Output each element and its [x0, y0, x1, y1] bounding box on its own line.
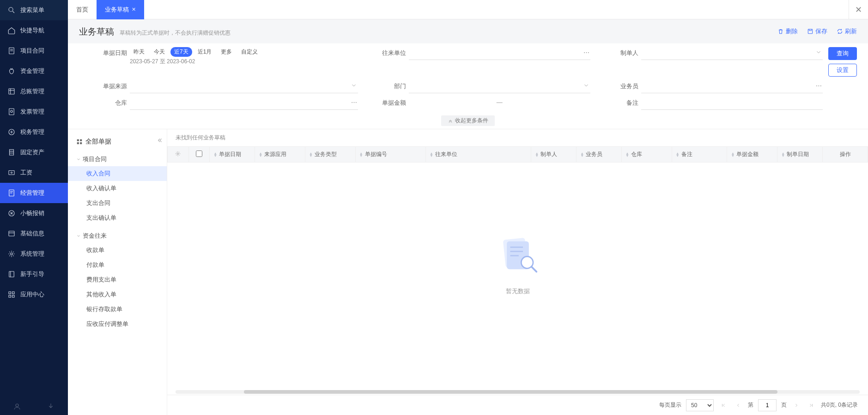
- pill-more[interactable]: 更多: [217, 47, 236, 57]
- th-sales[interactable]: ▲▼业务员: [577, 147, 622, 162]
- select-all-checkbox[interactable]: [196, 150, 202, 157]
- page-input[interactable]: [758, 399, 777, 411]
- tab-home[interactable]: 首页: [68, 0, 97, 19]
- tree-leaf-expense-bill[interactable]: 费用支出单: [68, 272, 167, 287]
- sidebar-item-invoice[interactable]: 发票管理: [0, 102, 68, 122]
- sidebar-item-salary[interactable]: 工资: [0, 162, 68, 183]
- footer-icon-1[interactable]: [13, 403, 21, 412]
- sidebar-item-quick-nav[interactable]: 快捷导航: [0, 20, 68, 41]
- apps-icon: [7, 290, 16, 299]
- ledger-icon: [7, 87, 16, 96]
- th-doc-date[interactable]: ▲▼单据日期: [210, 147, 255, 162]
- tree-leaf-income-confirm[interactable]: 收入确认单: [68, 181, 167, 196]
- svg-line-41: [531, 267, 536, 272]
- home-icon: [7, 26, 16, 35]
- tree-group-funds[interactable]: 资金往来: [68, 229, 167, 243]
- delete-button[interactable]: 删除: [777, 27, 798, 36]
- per-page-label: 每页显示: [659, 401, 681, 409]
- svg-rect-20: [9, 231, 14, 236]
- per-page-select[interactable]: 50: [686, 399, 714, 411]
- tree-group-project[interactable]: 项目合同: [68, 152, 167, 166]
- page-first-button[interactable]: [718, 400, 728, 410]
- page-prev-button[interactable]: [733, 400, 743, 410]
- tree-collapse-button[interactable]: [155, 136, 164, 145]
- page-last-button[interactable]: [806, 400, 816, 410]
- close-icon[interactable]: ✕: [132, 6, 136, 12]
- tabs-close-all[interactable]: ✕: [849, 0, 868, 19]
- settings-button[interactable]: 设置: [828, 64, 857, 77]
- warehouse-input[interactable]: [130, 97, 358, 110]
- source-input[interactable]: [130, 80, 358, 93]
- page-next-button[interactable]: [791, 400, 801, 410]
- tree-leaf-expense-contract[interactable]: 支出合同: [68, 196, 167, 211]
- tree-title[interactable]: 全部单据: [68, 135, 167, 150]
- sidebar-item-ledger[interactable]: 总账管理: [0, 81, 68, 102]
- th-checkbox[interactable]: [188, 147, 210, 162]
- sidebar-item-guide[interactable]: 新手引导: [0, 264, 68, 284]
- pill-7days[interactable]: 近7天: [170, 47, 192, 57]
- sidebar-item-funds[interactable]: 资金管理: [0, 61, 68, 81]
- tab-draft[interactable]: 业务草稿✕: [97, 0, 144, 19]
- amount-value: —: [409, 97, 590, 106]
- gear-icon: [7, 250, 16, 258]
- th-party[interactable]: ▲▼往来单位: [425, 147, 531, 162]
- page-suffix: 页: [781, 401, 787, 409]
- sidebar-item-project-contract[interactable]: 项目合同: [0, 41, 68, 61]
- th-doc-no[interactable]: ▲▼单据编号: [355, 147, 425, 162]
- remark-input[interactable]: [641, 97, 823, 110]
- th-source-app[interactable]: ▲▼来源应用: [255, 147, 305, 162]
- refresh-button[interactable]: 刷新: [837, 27, 857, 36]
- th-biz-type[interactable]: ▲▼业务类型: [305, 147, 355, 162]
- chevron-down-icon[interactable]: [815, 49, 822, 57]
- query-button[interactable]: 查询: [828, 47, 857, 60]
- pill-1month[interactable]: 近1月: [194, 47, 216, 57]
- maker-input[interactable]: [641, 47, 823, 60]
- th-warehouse[interactable]: ▲▼仓库: [622, 147, 672, 162]
- sidebar-item-system[interactable]: 系统管理: [0, 244, 68, 264]
- data-table: ▲▼单据日期 ▲▼来源应用 ▲▼业务类型 ▲▼单据编号 ▲▼往来单位 ▲▼制单人…: [167, 146, 868, 162]
- th-make-date[interactable]: ▲▼制单日期: [777, 147, 823, 162]
- sidebar-item-fixed-assets[interactable]: 固定资产: [0, 142, 68, 162]
- pill-today[interactable]: 今天: [150, 47, 169, 57]
- chevron-down-icon[interactable]: [583, 82, 589, 90]
- party-input[interactable]: [409, 47, 590, 60]
- dept-input[interactable]: [409, 80, 590, 93]
- date-range-text: 2023-05-27 至 2023-06-02: [130, 58, 358, 66]
- label-sales: 业务员: [590, 80, 641, 90]
- th-settings[interactable]: [168, 147, 189, 162]
- ellipsis-icon[interactable]: ⋯: [351, 99, 357, 106]
- footer-icon-2[interactable]: [47, 403, 55, 412]
- tree-leaf-ar-ap-adjust[interactable]: 应收应付调整单: [68, 317, 167, 331]
- main: 首页 业务草稿✕ ✕ 业务草稿 草稿转为正式单据时，不会执行满赠促销优惠 删除 …: [68, 0, 868, 415]
- ellipsis-icon[interactable]: ⋯: [816, 82, 822, 89]
- th-amount[interactable]: ▲▼单据金额: [727, 147, 777, 162]
- content-pane: 未找到任何业务草稿 ▲▼单据日期 ▲▼来源应用 ▲▼业务类型 ▲▼单据编号 ▲▼…: [167, 129, 868, 415]
- label-maker: 制单人: [590, 47, 641, 57]
- th-maker[interactable]: ▲▼制单人: [531, 147, 577, 162]
- pill-custom[interactable]: 自定义: [237, 47, 261, 57]
- sidebar-footer: [0, 403, 68, 412]
- save-button[interactable]: 保存: [807, 27, 827, 36]
- sales-input[interactable]: [641, 80, 823, 93]
- svg-point-15: [11, 172, 12, 174]
- pill-yesterday[interactable]: 昨天: [130, 47, 148, 57]
- table-wrap: ▲▼单据日期 ▲▼来源应用 ▲▼业务类型 ▲▼单据编号 ▲▼往来单位 ▲▼制单人…: [167, 146, 868, 389]
- tree-leaf-income-contract[interactable]: 收入合同: [68, 166, 167, 181]
- collapse-filters-button[interactable]: 收起更多条件: [441, 115, 495, 126]
- sidebar-item-search-menu[interactable]: 搜索菜单: [0, 0, 68, 20]
- sidebar-item-basic-info[interactable]: 基础信息: [0, 223, 68, 244]
- th-remark[interactable]: ▲▼备注: [672, 147, 727, 162]
- ellipsis-icon[interactable]: ⋯: [583, 49, 589, 56]
- chevron-down-icon[interactable]: [351, 82, 357, 90]
- horizontal-scrollbar[interactable]: [167, 389, 868, 395]
- tree-leaf-receipt[interactable]: 收款单: [68, 243, 167, 258]
- tree-leaf-payment[interactable]: 付款单: [68, 258, 167, 272]
- tree-leaf-bank-transfer[interactable]: 银行存取款单: [68, 302, 167, 317]
- sidebar-item-operation[interactable]: 经营管理: [0, 183, 68, 203]
- sidebar-item-xiaochang[interactable]: 小畅报销: [0, 203, 68, 223]
- sidebar-item-app-center[interactable]: 应用中心: [0, 284, 68, 305]
- tree-leaf-other-income[interactable]: 其他收入单: [68, 287, 167, 302]
- date-pills: 昨天 今天 近7天 近1月 更多 自定义: [130, 47, 358, 57]
- tree-leaf-expense-confirm[interactable]: 支出确认单: [68, 211, 167, 225]
- sidebar-item-tax[interactable]: 税务管理: [0, 122, 68, 142]
